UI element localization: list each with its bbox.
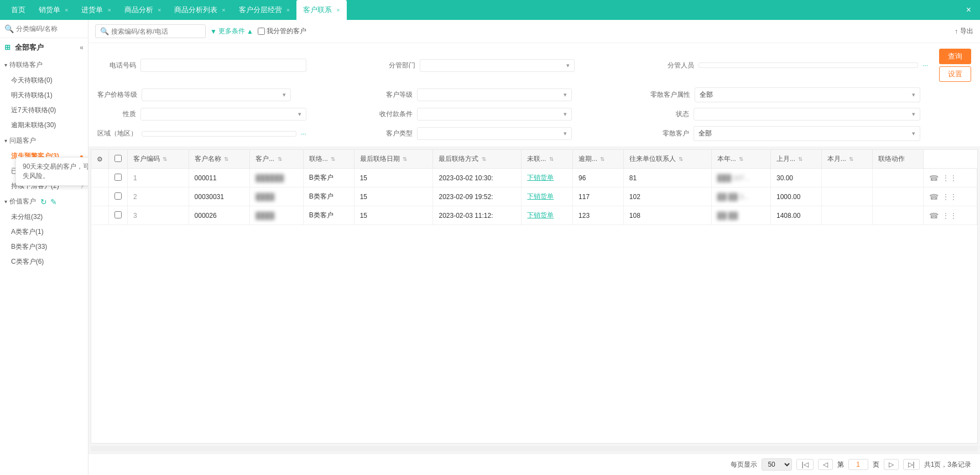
nav-home[interactable]: 首页 xyxy=(4,0,32,20)
filter-row-3: 性质 ▾ 收付款条件 ▾ 状态 xyxy=(97,108,971,121)
last-page-button[interactable]: ▷| xyxy=(903,459,920,470)
select-all-checkbox[interactable] xyxy=(114,155,122,162)
close-icon[interactable]: × xyxy=(222,7,225,13)
page-size-label: 每页显示 xyxy=(731,460,757,469)
chevron-down-icon: ▾ xyxy=(298,111,301,118)
filter-nature-select[interactable]: ▾ xyxy=(140,108,306,121)
edit-icon[interactable]: ✎ xyxy=(50,197,57,206)
th-name[interactable]: 客户名称 ⇅ xyxy=(189,150,250,169)
filter-payment-label: 收付款条件 xyxy=(374,109,413,119)
th-this-year[interactable]: 本年... ⇅ xyxy=(711,150,770,169)
filter-customer-type-select[interactable]: ▾ xyxy=(417,127,572,140)
filter-department: 分管部门 ▾ xyxy=(377,59,649,72)
filter-retail-attr-select[interactable]: 全部 ▾ xyxy=(695,87,920,102)
settings-button[interactable]: 设置 xyxy=(939,66,971,82)
export-button[interactable]: ↑ 导出 xyxy=(955,27,973,36)
close-icon[interactable]: × xyxy=(65,7,68,13)
nav-customer-contact[interactable]: 客户联系 × xyxy=(296,0,346,20)
sidebar-section-pending-contact[interactable]: ▾ 待联络客户 xyxy=(0,57,88,73)
nav-product-analysis[interactable]: 商品分析 × xyxy=(118,0,168,20)
row-checkbox[interactable] xyxy=(109,187,128,206)
sidebar-item-tomorrow-contact[interactable]: 明天待联络(1) xyxy=(0,88,88,103)
first-page-button[interactable]: |◁ xyxy=(796,459,813,470)
more-button[interactable]: ··· xyxy=(301,130,306,138)
search-input[interactable] xyxy=(111,28,201,35)
sort-icon: ⇅ xyxy=(739,156,743,162)
query-button[interactable]: 查询 xyxy=(939,49,971,64)
sidebar-item-unclassified[interactable]: 未分组(32) xyxy=(0,210,88,225)
more-action-icon[interactable]: ⋮⋮ xyxy=(942,174,957,182)
th-last-contact-date[interactable]: 最后联络日期 ⇅ xyxy=(354,150,433,169)
more-conditions-button[interactable]: ▼ 更多条件 ▲ xyxy=(210,27,253,36)
sidebar-section-problem-customers[interactable]: ▾ 问题客户 xyxy=(0,133,88,149)
filter-payment-select[interactable]: ▾ xyxy=(417,108,572,121)
last-contact-date: 2023-02-09 19:52: xyxy=(433,187,522,206)
more-action-icon[interactable]: ⋮⋮ xyxy=(942,211,957,220)
row-checkbox[interactable] xyxy=(109,206,128,225)
sidebar-item-today-contact[interactable]: 今天待联络(0) xyxy=(0,73,88,88)
close-icon[interactable]: × xyxy=(158,7,161,13)
last-contact-method[interactable]: 下销货单 xyxy=(522,169,573,187)
table-row: 2 00030031 ████ B类客户 15 2023-02-09 19:52… xyxy=(91,187,977,206)
th-contact[interactable]: 联络... ⇅ xyxy=(303,150,354,169)
sidebar-search-input[interactable] xyxy=(16,25,84,33)
contact-person: ██ ██ 3... xyxy=(711,187,770,206)
close-icon[interactable]: × xyxy=(286,7,290,13)
close-icon[interactable]: × xyxy=(107,7,111,13)
sidebar-item-class-a[interactable]: A类客户(1) xyxy=(0,225,88,239)
contact-action-icon[interactable]: ☎ xyxy=(929,211,939,220)
filter-department-select[interactable]: ▾ xyxy=(420,59,575,72)
row-settings xyxy=(91,187,109,206)
th-customer-type[interactable]: 客户... ⇅ xyxy=(250,150,304,169)
th-overdue[interactable]: 逾期... ⇅ xyxy=(573,150,624,169)
filter-retail-customer-select[interactable]: 全部 ▾ xyxy=(694,126,920,141)
th-contact-person[interactable]: 往来单位联系人 ⇅ xyxy=(623,150,711,169)
more-action-icon[interactable]: ⋮⋮ xyxy=(942,192,957,201)
filter-region-select[interactable] xyxy=(142,131,296,137)
nav-sales[interactable]: 销货单 × xyxy=(32,0,75,20)
my-customers-checkbox[interactable]: 我分管的客户 xyxy=(258,27,306,36)
th-last-contact-method[interactable]: 最后联络方式 ⇅ xyxy=(433,150,522,169)
next-page-button[interactable]: ▷ xyxy=(884,459,899,470)
th-not-contact[interactable]: 未联... ⇅ xyxy=(522,150,573,169)
nav-customer-segmentation[interactable]: 客户分层经营 × xyxy=(232,0,296,20)
sidebar-all-customers[interactable]: ⊞ 全部客户 « xyxy=(0,38,88,57)
search-input-wrap[interactable]: 🔍 xyxy=(95,24,206,38)
refresh-icon[interactable]: ↻ xyxy=(40,197,47,206)
prev-page-button[interactable]: ◁ xyxy=(818,459,833,470)
scrollbar[interactable] xyxy=(91,446,978,451)
sidebar-section-value-customers[interactable]: ▾ 价值客户 ↻ ✎ xyxy=(0,194,88,210)
page-number-input[interactable] xyxy=(848,459,868,470)
filter-manager-select[interactable] xyxy=(698,62,918,68)
filter-phone-input[interactable] xyxy=(140,59,306,72)
filter-region: 区域（地区） ··· xyxy=(97,129,367,138)
th-last-month[interactable]: 上月... ⇅ xyxy=(771,150,822,169)
sidebar-item-week-contact[interactable]: 近7天待联络(0) xyxy=(0,103,88,118)
last-contact-method[interactable]: 下销货单 xyxy=(522,206,573,225)
checkbox-col-header[interactable] xyxy=(109,150,128,169)
page-size-select[interactable]: 50 100 xyxy=(762,458,792,471)
my-customers-check[interactable] xyxy=(258,28,265,35)
last-contact-method[interactable]: 下销货单 xyxy=(522,187,573,206)
all-customers-label: 全部客户 xyxy=(15,43,44,51)
row-checkbox[interactable] xyxy=(109,169,128,187)
nav-close-all-button[interactable]: × xyxy=(962,5,976,15)
nav-purchase[interactable]: 进货单 × xyxy=(75,0,117,20)
contact-action-icon[interactable]: ☎ xyxy=(929,174,939,182)
more-button[interactable]: ··· xyxy=(922,61,928,69)
chevron-up-icon: ▲ xyxy=(247,28,253,35)
customer-name: ████ xyxy=(250,206,304,225)
filter-customer-level-select[interactable]: ▾ xyxy=(417,88,572,101)
nav-product-analysis-list[interactable]: 商品分析列表 × xyxy=(168,0,232,20)
filter-price-level-select[interactable]: ▾ xyxy=(142,88,291,101)
close-icon[interactable]: × xyxy=(336,7,340,13)
settings-col-header[interactable]: ⚙ xyxy=(91,150,109,169)
sidebar-item-overdue-contact[interactable]: 逾期未联络(30) xyxy=(0,118,88,133)
filter-status-select[interactable]: ▾ xyxy=(694,108,920,121)
sidebar-item-class-b[interactable]: B类客户(33) xyxy=(0,239,88,254)
sidebar-item-class-c[interactable]: C类客户(6) xyxy=(0,254,88,269)
th-code[interactable]: 客户编码 ⇅ xyxy=(128,150,189,169)
contact-action-icon[interactable]: ☎ xyxy=(929,192,939,201)
collapse-button[interactable]: « xyxy=(80,44,84,51)
th-this-month[interactable]: 本月... ⇅ xyxy=(821,150,872,169)
